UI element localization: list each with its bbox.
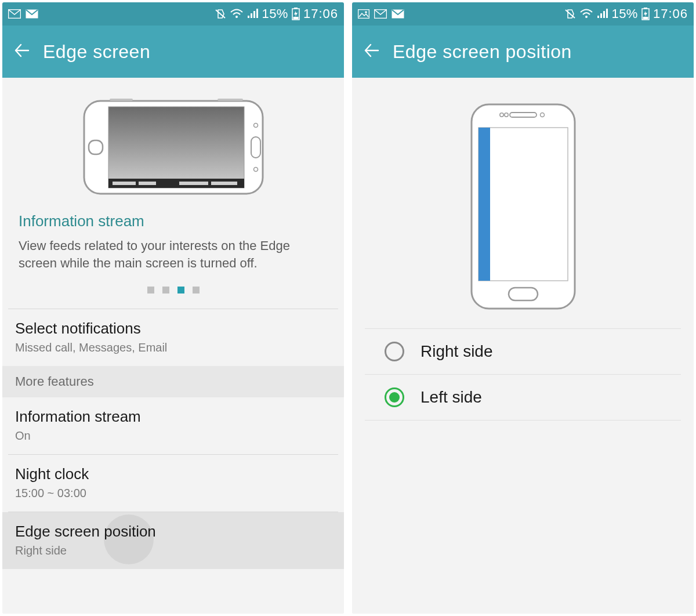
radio-icon — [385, 342, 404, 361]
page-title: Edge screen position — [393, 41, 572, 63]
page-dot — [147, 287, 154, 293]
setting-title: Night clock — [15, 465, 331, 483]
battery-icon — [292, 8, 300, 20]
battery-icon — [641, 8, 650, 20]
svg-rect-12 — [211, 182, 237, 185]
svg-rect-9 — [113, 182, 136, 185]
screenshot-edge-screen: 15% 17:06 Edge screen — [2, 2, 344, 614]
content-area: Information stream View feeds related to… — [2, 78, 344, 614]
battery-percent: 15% — [262, 6, 288, 21]
page-title: Edge screen — [43, 41, 150, 63]
svg-point-2 — [235, 16, 238, 18]
mail-icon — [26, 9, 38, 19]
carousel-heading: Information stream — [19, 212, 328, 230]
back-icon[interactable] — [362, 42, 380, 61]
battery-percent: 15% — [611, 6, 638, 21]
svg-rect-11 — [179, 182, 208, 185]
image-icon — [358, 9, 369, 19]
page-dot — [162, 287, 169, 293]
status-time: 17:06 — [653, 6, 688, 21]
svg-rect-25 — [644, 8, 647, 9]
preview-carousel[interactable]: Information stream View feeds related to… — [2, 78, 344, 309]
svg-rect-26 — [643, 17, 648, 19]
setting-subtitle: On — [15, 429, 331, 443]
screenshot-edge-position: 15% 17:06 Edge screen position — [352, 2, 694, 614]
setting-select-notifications[interactable]: Select notifications Missed call, Messag… — [2, 309, 344, 366]
svg-rect-10 — [139, 182, 156, 185]
carousel-indicator — [19, 271, 328, 303]
setting-information-stream[interactable]: Information stream On — [2, 397, 344, 454]
radio-label: Left side — [420, 388, 482, 407]
status-bar: 15% 17:06 — [352, 2, 694, 26]
signal-icon — [246, 9, 258, 19]
svg-rect-18 — [217, 99, 243, 101]
setting-night-clock[interactable]: Night clock 15:00 ~ 03:00 — [2, 455, 344, 512]
status-bar: 15% 17:06 — [2, 2, 344, 26]
carousel-description: View feeds related to your interests on … — [19, 237, 328, 271]
svg-rect-5 — [293, 17, 298, 19]
svg-rect-4 — [294, 8, 298, 9]
signal-icon — [596, 9, 608, 19]
svg-rect-29 — [478, 128, 490, 281]
setting-title: Edge screen position — [15, 523, 331, 541]
vibrate-icon — [564, 8, 577, 20]
page-dot — [193, 287, 200, 293]
svg-rect-19 — [358, 10, 369, 19]
app-bar: Edge screen — [2, 26, 344, 78]
svg-rect-7 — [108, 107, 244, 188]
setting-title: Information stream — [15, 408, 331, 426]
gmail-icon — [8, 9, 21, 19]
setting-subtitle: Right side — [15, 544, 331, 557]
svg-rect-17 — [110, 99, 133, 101]
setting-subtitle: Missed call, Messages, Email — [15, 341, 331, 354]
svg-point-20 — [365, 11, 367, 13]
phone-illustration-landscape — [81, 96, 266, 201]
setting-title: Select notifications — [15, 320, 331, 338]
svg-rect-28 — [478, 128, 568, 281]
gmail-icon — [374, 9, 387, 19]
app-bar: Edge screen position — [352, 26, 694, 78]
page-dot-active — [177, 287, 184, 293]
radio-right-side[interactable]: Right side — [365, 328, 681, 375]
svg-point-23 — [585, 16, 588, 18]
wifi-icon — [230, 9, 243, 19]
mail-icon — [392, 9, 404, 19]
radio-label: Right side — [420, 342, 493, 361]
content-area: Right side Left side — [352, 78, 694, 614]
radio-icon-checked — [385, 387, 404, 407]
setting-edge-screen-position[interactable]: Edge screen position Right side — [2, 512, 344, 569]
wifi-icon — [580, 9, 593, 19]
back-icon[interactable] — [13, 42, 30, 61]
vibrate-icon — [214, 8, 227, 20]
touch-ripple — [104, 514, 154, 564]
status-time: 17:06 — [303, 6, 338, 21]
phone-illustration-portrait — [468, 102, 578, 311]
setting-subtitle: 15:00 ~ 03:00 — [15, 487, 331, 500]
radio-left-side[interactable]: Left side — [365, 375, 681, 421]
section-header-more-features: More features — [2, 366, 344, 397]
